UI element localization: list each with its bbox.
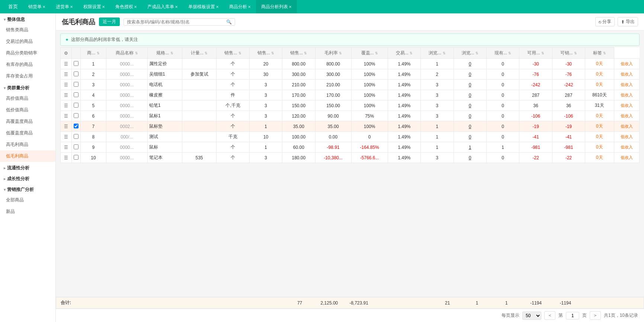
row-name-7[interactable]: 测试: [148, 132, 182, 142]
row-name-6[interactable]: 鼠标垫: [148, 121, 182, 132]
row-settings-3[interactable]: ☰: [61, 90, 72, 101]
nav-close-role[interactable]: ✕: [134, 5, 137, 9]
search-icon[interactable]: 🔍: [226, 19, 232, 25]
sidebar-item-low-margin[interactable]: 低毛利商品: [0, 150, 55, 162]
nav-home[interactable]: 首页: [3, 0, 23, 13]
col-available[interactable]: 可用... ⇅: [519, 48, 552, 59]
sidebar-item-low-coverage[interactable]: 低覆盖度商品: [0, 127, 55, 139]
row-settings-2[interactable]: ☰: [61, 80, 72, 90]
row-checkbox-4[interactable]: [72, 101, 81, 111]
row-settings-9[interactable]: ☰: [61, 153, 72, 163]
row-browse1-3[interactable]: 0: [454, 90, 486, 101]
row-settings-6[interactable]: ☰: [61, 121, 72, 132]
row-browse1-7[interactable]: 0: [454, 132, 486, 142]
row-settings-4[interactable]: ☰: [61, 101, 72, 111]
nav-close-product-analysis-list[interactable]: ✕: [289, 5, 292, 9]
share-button[interactable]: ⎋ 分享: [595, 17, 615, 26]
nav-close-product-stock[interactable]: ✕: [175, 5, 178, 9]
sidebar-item-high-margin[interactable]: 高毛利商品: [0, 139, 55, 150]
sidebar-item-stock-capital[interactable]: 库存资金占用: [0, 70, 55, 82]
row-settings-7[interactable]: ☰: [61, 132, 72, 142]
row-browse1-2[interactable]: 0: [454, 80, 486, 90]
row-checkbox-1[interactable]: [72, 69, 81, 80]
sidebar-group-marketing[interactable]: ▾ 营销推广分析: [0, 184, 55, 194]
col-saleable[interactable]: 可销... ⇅: [552, 48, 585, 59]
sidebar-item-low-value[interactable]: 低价值商品: [0, 104, 55, 116]
row-name-4[interactable]: 铅笔1: [148, 101, 182, 111]
sidebar-item-high-value[interactable]: 高价值商品: [0, 93, 55, 104]
sidebar-item-sales-products[interactable]: 销售类商品: [0, 24, 55, 36]
row-checkbox-3[interactable]: [72, 90, 81, 101]
row-browse1-6[interactable]: 0: [454, 121, 486, 132]
sidebar-item-category-rate[interactable]: 商品分类助销率: [0, 47, 55, 59]
nav-template[interactable]: 单据模板设置 ✕: [183, 0, 224, 13]
row-name-8[interactable]: 鼠标: [148, 142, 182, 153]
nav-product-analysis-list[interactable]: 商品分析列表 ✕: [256, 0, 297, 13]
col-tag[interactable]: 标签 ⇅: [585, 48, 614, 59]
col-name[interactable]: 商品名称 ⇅: [106, 48, 147, 59]
row-name-2[interactable]: 电话机: [148, 80, 182, 90]
row-browse1-0[interactable]: 0: [454, 59, 486, 69]
nav-close-sales[interactable]: ✕: [42, 5, 45, 9]
col-sales-qty[interactable]: 销售... ⇅: [217, 48, 249, 59]
next-page-button[interactable]: ＞: [590, 311, 601, 320]
row-settings-5[interactable]: ☰: [61, 111, 72, 121]
sidebar-item-traded-products[interactable]: 交易过的商品: [0, 36, 55, 47]
col-unit[interactable]: 计量... ⇅: [182, 48, 217, 59]
col-sales-price[interactable]: 销售... ⇅: [249, 48, 282, 59]
col-trade-count[interactable]: 交易... ⇅: [388, 48, 420, 59]
col-browse1[interactable]: 浏览... ⇅: [421, 48, 454, 59]
sidebar-item-all-products[interactable]: 全部商品: [0, 194, 55, 206]
col-code[interactable]: 商... ⇅: [81, 48, 106, 59]
col-gross-rate[interactable]: 毛利率 ⇅: [315, 48, 351, 59]
row-name-0[interactable]: 属性定价: [148, 59, 182, 69]
col-spec[interactable]: 规格... ⇅: [148, 48, 182, 59]
sidebar-item-high-coverage[interactable]: 高覆盖度商品: [0, 116, 55, 127]
row-browse1-9[interactable]: 0: [454, 153, 486, 163]
row-name-1[interactable]: 吴细细1: [148, 69, 182, 80]
col-cover-rate[interactable]: 覆盖... ⇅: [351, 48, 388, 59]
nav-close-template[interactable]: ✕: [216, 5, 219, 9]
nav-product-analysis[interactable]: 商品分析 ✕: [224, 0, 256, 13]
row-checkbox-2[interactable]: [72, 80, 81, 90]
col-browse2[interactable]: 浏览... ⇅: [454, 48, 486, 59]
nav-role[interactable]: 角色授权 ✕: [110, 0, 142, 13]
row-settings-8[interactable]: ☰: [61, 142, 72, 153]
col-current-stock[interactable]: 现有... ⇅: [486, 48, 519, 59]
prev-page-button[interactable]: ＜: [544, 311, 555, 320]
col-sales-amount[interactable]: 销售... ⇅: [282, 48, 315, 59]
col-settings[interactable]: ⚙: [61, 48, 72, 59]
row-name-5[interactable]: 鼠标1: [148, 111, 182, 121]
row-settings-0[interactable]: ☰: [61, 59, 72, 69]
nav-permission[interactable]: 权限设置 ✕: [78, 0, 110, 13]
sidebar-group-overall[interactable]: ▾ 整体信息: [0, 13, 55, 24]
nav-purchase[interactable]: 进货单 ✕: [51, 0, 78, 13]
sidebar-item-new-products[interactable]: 新品: [0, 206, 55, 217]
date-filter-button[interactable]: 近一月: [99, 17, 120, 26]
row-browse1-4[interactable]: 0: [454, 101, 486, 111]
row-checkbox-0[interactable]: [72, 59, 81, 69]
nav-sales[interactable]: 销货单 ✕: [23, 0, 51, 13]
row-settings-1[interactable]: ☰: [61, 69, 72, 80]
row-browse1-1[interactable]: 0: [454, 69, 486, 80]
row-name-9[interactable]: 笔记本: [148, 153, 182, 163]
nav-close-purchase[interactable]: ✕: [70, 5, 73, 9]
export-button[interactable]: ⬆ 导出: [618, 17, 638, 26]
row-checkbox-5[interactable]: [72, 111, 81, 121]
sidebar-item-in-stock[interactable]: 有库存的商品: [0, 59, 55, 70]
page-number-input[interactable]: [566, 312, 579, 319]
sidebar-group-cluster[interactable]: ▾ 类群量分析: [0, 82, 55, 93]
search-input[interactable]: [127, 19, 225, 25]
nav-close-product-analysis[interactable]: ✕: [248, 5, 251, 9]
row-checkbox-9[interactable]: [72, 153, 81, 163]
row-checkbox-6[interactable]: [72, 121, 81, 132]
row-checkbox-7[interactable]: [72, 132, 81, 142]
row-browse1-5[interactable]: 0: [454, 111, 486, 121]
nav-close-permission[interactable]: ✕: [102, 5, 105, 9]
page-size-select[interactable]: 50 100: [522, 312, 541, 320]
row-browse1-8[interactable]: 1: [454, 142, 486, 153]
row-checkbox-8[interactable]: [72, 142, 81, 153]
sidebar-group-flow[interactable]: ▸ 流通性分析: [0, 162, 55, 173]
row-name-3[interactable]: 橡皮擦: [148, 90, 182, 101]
nav-product-stock[interactable]: 产成品入库单 ✕: [142, 0, 183, 13]
